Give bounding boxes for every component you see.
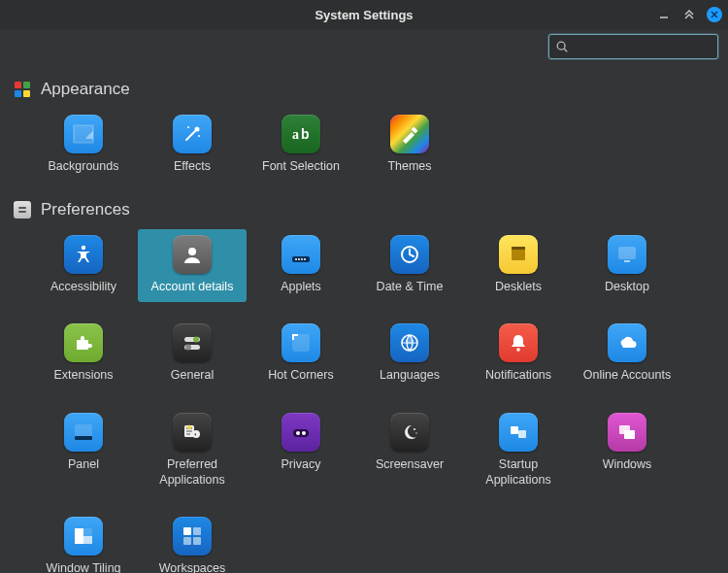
tile-label: Notifications: [485, 368, 551, 384]
grid-preferences: Accessibility Account details Applets Da…: [10, 229, 718, 573]
close-button[interactable]: [707, 7, 722, 22]
tile-languages[interactable]: Languages: [355, 318, 464, 391]
tile-workspaces[interactable]: Workspaces: [138, 511, 247, 573]
svg-rect-52: [193, 527, 201, 535]
tile-screensaver[interactable]: Screensaver: [355, 407, 464, 495]
themes-icon: [390, 115, 429, 153]
tile-label: Font Selection: [262, 159, 340, 175]
tile-label: Account details: [151, 280, 234, 295]
tile-desktop[interactable]: Desktop: [573, 229, 681, 303]
search-input[interactable]: [575, 40, 728, 54]
svg-point-41: [302, 431, 306, 435]
tile-label: Hot Corners: [268, 368, 333, 384]
svg-rect-39: [293, 429, 309, 437]
svg-point-42: [414, 428, 415, 430]
tile-themes[interactable]: Themes: [355, 109, 464, 183]
maximize-button[interactable]: [681, 7, 697, 22]
backgrounds-icon: [64, 115, 103, 153]
tile-label: Applets: [281, 280, 321, 295]
tile-label: Date & Time: [377, 280, 444, 295]
svg-rect-44: [511, 426, 518, 434]
privacy-icon: [281, 413, 320, 452]
tile-extensions[interactable]: Extensions: [29, 318, 138, 391]
svg-point-8: [195, 127, 200, 132]
tile-windows[interactable]: Windows: [573, 407, 681, 495]
svg-rect-50: [83, 536, 92, 544]
close-icon: [710, 10, 719, 19]
online-accounts-icon: [608, 323, 646, 362]
tile-startup-applications[interactable]: Startup Applications: [464, 407, 573, 495]
tile-backgrounds[interactable]: Backgrounds: [29, 109, 138, 183]
section-title-appearance: Appearance: [41, 80, 130, 99]
tile-label: Languages: [380, 368, 440, 384]
svg-point-17: [188, 248, 196, 255]
desktop-icon: [608, 235, 646, 274]
tile-general[interactable]: General: [138, 318, 247, 391]
svg-point-10: [198, 135, 200, 137]
svg-point-22: [304, 258, 306, 260]
svg-rect-26: [618, 247, 636, 259]
svg-rect-53: [183, 537, 191, 545]
tile-font-selection[interactable]: ab Font Selection: [247, 109, 355, 183]
tile-label: Desklets: [495, 280, 542, 295]
tile-preferred-applications[interactable]: Preferred Applications: [138, 407, 247, 495]
svg-rect-4: [23, 82, 30, 88]
tile-applets[interactable]: Applets: [247, 229, 355, 303]
window-controls: [656, 0, 722, 29]
hot-corners-icon: [281, 323, 320, 362]
svg-text:a: a: [292, 127, 299, 142]
section-title-preferences: Preferences: [41, 200, 130, 219]
windows-icon: [608, 413, 646, 452]
svg-rect-25: [512, 247, 525, 250]
svg-rect-5: [15, 90, 21, 97]
section-header-appearance: Appearance: [10, 74, 718, 109]
svg-point-21: [301, 258, 303, 260]
tile-hot-corners[interactable]: Hot Corners: [247, 318, 355, 391]
tile-notifications[interactable]: Notifications: [464, 318, 573, 391]
tile-desklets[interactable]: Desklets: [464, 229, 573, 303]
svg-rect-14: [18, 207, 26, 209]
tile-privacy[interactable]: Privacy: [247, 407, 355, 495]
svg-rect-45: [518, 430, 526, 438]
tile-date-time[interactable]: Date & Time: [355, 229, 464, 303]
svg-text:b: b: [301, 126, 310, 142]
tile-label: Panel: [68, 457, 99, 473]
search-field[interactable]: [548, 34, 718, 59]
section-preferences: Preferences Accessibility Account detail…: [10, 194, 718, 573]
minimize-button[interactable]: [656, 7, 672, 22]
svg-point-34: [516, 348, 520, 352]
svg-rect-32: [292, 334, 310, 352]
extensions-icon: [64, 323, 103, 362]
svg-rect-36: [75, 436, 92, 440]
svg-rect-49: [75, 528, 83, 544]
screensaver-icon: [390, 413, 429, 452]
font-selection-icon: ab: [281, 115, 320, 153]
notifications-icon: [499, 323, 538, 362]
grid-appearance: Backgrounds Effects ab Font Selection Th…: [10, 109, 718, 183]
tile-label: Accessibility: [50, 280, 116, 295]
tile-window-tiling[interactable]: Window Tiling: [29, 511, 138, 573]
toolbar: [0, 29, 728, 64]
svg-point-29: [193, 337, 199, 343]
tile-account-details[interactable]: Account details: [138, 229, 247, 303]
svg-line-2: [564, 49, 567, 51]
svg-point-16: [82, 245, 85, 249]
tile-accessibility[interactable]: Accessibility: [29, 229, 138, 303]
general-icon: [173, 323, 212, 362]
tile-effects[interactable]: Effects: [138, 109, 247, 183]
appearance-category-icon: [14, 81, 31, 98]
section-header-preferences: Preferences: [10, 194, 718, 229]
svg-point-9: [187, 126, 189, 128]
workspaces-icon: [173, 517, 212, 556]
tile-label: Themes: [387, 159, 431, 175]
svg-point-31: [185, 345, 191, 351]
tile-label: Effects: [174, 159, 211, 175]
startup-applications-icon: [499, 413, 538, 452]
tile-label: Window Tiling: [46, 561, 120, 573]
search-icon: [555, 40, 569, 53]
accessibility-icon: [64, 235, 103, 274]
tile-online-accounts[interactable]: Online Accounts: [573, 318, 681, 391]
svg-rect-6: [23, 90, 30, 97]
tile-panel[interactable]: Panel: [29, 407, 138, 495]
titlebar: System Settings: [0, 0, 728, 29]
